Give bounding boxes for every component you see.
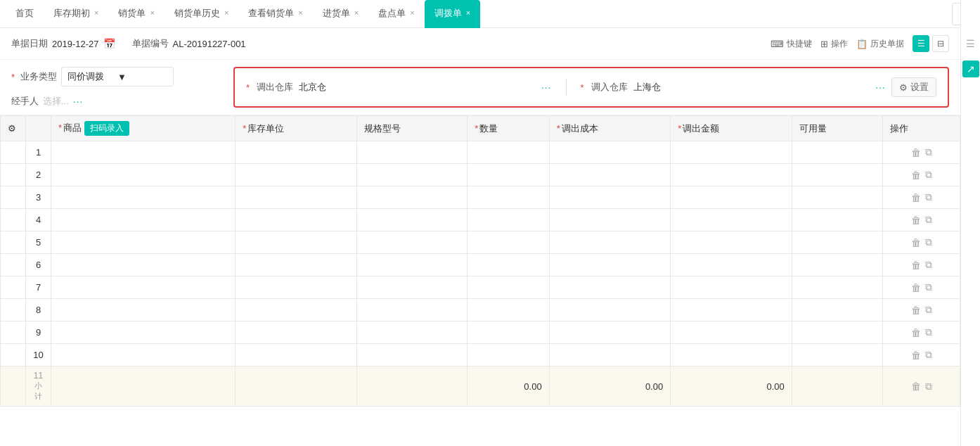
row-cost-cell[interactable] [549,344,671,367]
row-cost-cell[interactable] [549,299,671,321]
row-delete-icon[interactable]: 🗑 [911,327,921,338]
sidebar-external-icon[interactable]: ↗ [962,60,979,77]
tab-inventory-init[interactable]: 库存期初 × [44,0,108,28]
person-ellipsis-button[interactable]: ··· [73,96,84,107]
business-type-select[interactable]: 同价调拨 ▼ [61,67,174,87]
row-amount-cell[interactable] [671,231,792,254]
row-qty-cell[interactable] [468,164,550,186]
row-spec-cell[interactable] [356,231,467,254]
row-product-cell[interactable] [51,164,236,186]
row-amount-cell[interactable] [671,186,792,209]
tab-home[interactable]: 首页 [6,0,44,28]
row-cost-cell[interactable] [549,164,671,186]
person-placeholder[interactable]: 选择... [43,95,69,108]
tab-close-view-sales[interactable]: × [298,9,302,17]
row-delete-icon[interactable]: 🗑 [911,305,921,316]
row-amount-cell[interactable] [671,254,792,276]
row-delete-icon[interactable]: 🗑 [911,147,921,158]
sidebar-list-icon[interactable]: ☰ [962,35,979,52]
layout-list-btn[interactable]: ☰ [913,35,929,52]
warehouse-out-ellipsis-button[interactable]: ··· [541,82,552,93]
warehouse-in-ellipsis-button[interactable]: ··· [875,82,886,93]
row-delete-icon[interactable]: 🗑 [911,260,921,271]
tab-inventory-count[interactable]: 盘点单 × [368,0,424,28]
row-product-cell[interactable] [51,321,236,344]
row-product-cell[interactable] [51,299,236,321]
row-spec-cell[interactable] [356,276,467,299]
row-copy-icon[interactable]: ⧉ [925,326,932,338]
row-unit-cell[interactable] [236,299,357,321]
settings-button[interactable]: ⚙ 设置 [891,77,936,97]
row-delete-icon[interactable]: 🗑 [911,350,921,361]
tab-close-transfer-order[interactable]: × [466,9,470,17]
row-available-cell[interactable] [792,321,882,344]
row-product-cell[interactable] [51,276,236,299]
row-qty-cell[interactable] [468,209,550,231]
row-cost-cell[interactable] [549,321,671,344]
row-copy-icon[interactable]: ⧉ [925,259,932,271]
row-copy-icon[interactable]: ⧉ [925,191,932,203]
row-unit-cell[interactable] [236,164,357,186]
row-copy-icon[interactable]: ⧉ [925,349,932,361]
row-copy-icon[interactable]: ⧉ [925,214,932,226]
row-amount-cell[interactable] [671,344,792,367]
row-cost-cell[interactable] [549,276,671,299]
row-available-cell[interactable] [792,276,882,299]
row-amount-cell[interactable] [671,141,792,164]
row-available-cell[interactable] [792,254,882,276]
row-product-cell[interactable] [51,231,236,254]
row-unit-cell[interactable] [236,141,357,164]
row-product-cell[interactable] [51,254,236,276]
row-unit-cell[interactable] [236,254,357,276]
row-spec-cell[interactable] [356,164,467,186]
tab-close-inventory-count[interactable]: × [410,9,414,17]
row-delete-icon[interactable]: 🗑 [911,170,921,181]
row-qty-cell[interactable] [468,141,550,164]
row-copy-icon[interactable]: ⧉ [925,146,932,158]
row-qty-cell[interactable] [468,186,550,209]
layout-grid-btn[interactable]: ⊟ [932,35,949,52]
row-available-cell[interactable] [792,231,882,254]
history-action[interactable]: 📋 历史单据 [856,38,904,50]
row-unit-cell[interactable] [236,209,357,231]
operations-action[interactable]: ⊞ 操作 [820,38,848,50]
row-spec-cell[interactable] [356,299,467,321]
row-available-cell[interactable] [792,299,882,321]
row-qty-cell[interactable] [468,299,550,321]
tab-sales-order[interactable]: 销货单 × [108,0,164,28]
row-cost-cell[interactable] [549,186,671,209]
row-copy-icon[interactable]: ⧉ [925,304,932,316]
row-qty-cell[interactable] [468,276,550,299]
row-spec-cell[interactable] [356,321,467,344]
row-spec-cell[interactable] [356,209,467,231]
tab-close-sales-history[interactable]: × [224,9,228,17]
row-qty-cell[interactable] [468,231,550,254]
row-amount-cell[interactable] [671,209,792,231]
row-cost-cell[interactable] [549,209,671,231]
tab-view-sales[interactable]: 查看销货单 × [238,0,312,28]
row-unit-cell[interactable] [236,321,357,344]
col-header-gear[interactable]: ⚙ [1,116,26,141]
row-unit-cell[interactable] [236,186,357,209]
row-delete-icon[interactable]: 🗑 [911,282,921,293]
row-qty-cell[interactable] [468,344,550,367]
row-delete-icon[interactable]: 🗑 [911,215,921,226]
row-amount-cell[interactable] [671,299,792,321]
row-delete-icon[interactable]: 🗑 [911,381,921,392]
row-copy-icon[interactable]: ⧉ [925,381,932,393]
tab-close-purchase-order[interactable]: × [354,9,359,17]
row-product-cell[interactable] [51,344,236,367]
row-available-cell[interactable] [792,344,882,367]
row-spec-cell[interactable] [356,254,467,276]
scan-entry-button[interactable]: 扫码录入 [84,121,129,136]
tab-purchase-order[interactable]: 进货单 × [313,0,368,28]
row-amount-cell[interactable] [671,276,792,299]
row-unit-cell[interactable] [236,276,357,299]
row-product-cell[interactable] [51,141,236,164]
row-spec-cell[interactable] [356,141,467,164]
row-delete-icon[interactable]: 🗑 [911,237,921,248]
row-product-cell[interactable] [51,209,236,231]
row-copy-icon[interactable]: ⧉ [925,236,932,248]
row-qty-cell[interactable] [468,321,550,344]
row-unit-cell[interactable] [236,231,357,254]
